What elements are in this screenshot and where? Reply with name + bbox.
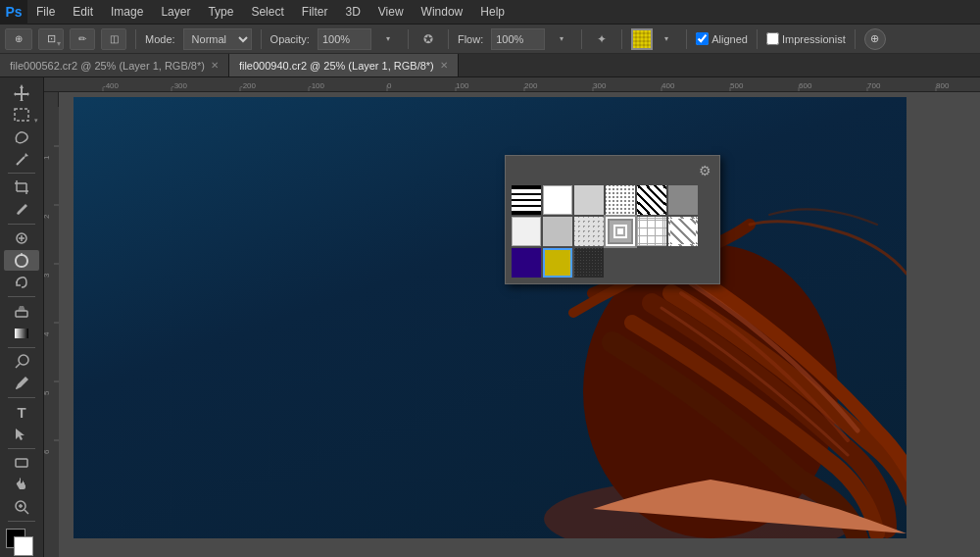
menu-file[interactable]: File [27,0,64,24]
aligned-checkbox-group[interactable]: Aligned [696,32,748,45]
tool-dodge[interactable] [4,351,39,373]
separator3 [408,29,409,49]
tool-source-btn2[interactable]: ▾ ⊡ [38,28,64,50]
menu-items: File Edit Image Layer Type Select Filter… [27,0,514,24]
pattern-item-1[interactable] [512,185,541,215]
flow-dropdown-btn[interactable]: ▾ [551,28,572,50]
svg-marker-21 [16,429,24,440]
flow-label: Flow: [458,33,483,45]
tool-lasso[interactable] [4,127,39,148]
opacity-value[interactable]: 100% [318,28,371,50]
menu-edit[interactable]: Edit [64,0,102,24]
tab-file2-label: file000940.cr2 @ 25% (Layer 1, RGB/8*) [239,60,434,72]
opacity-dropdown-btn[interactable]: ▾ [377,28,399,50]
svg-marker-15 [18,306,25,311]
pattern-item-6[interactable] [668,185,698,215]
tab-file2-close[interactable]: ✕ [440,60,448,71]
tool-sep7 [8,521,35,522]
svg-text:3: 3 [44,273,51,278]
tab-file1[interactable]: file000562.cr2 @ 25% (Layer 1, RGB/8*) ✕ [0,54,229,76]
pattern-item-14[interactable] [543,248,572,278]
svg-rect-16 [15,329,28,338]
svg-line-24 [24,510,28,514]
menu-window[interactable]: Window [413,0,472,24]
clone-source-btn[interactable]: ⊕ [864,28,886,50]
tool-sep1 [8,173,35,174]
separator6 [621,29,622,49]
stylus-btn[interactable]: ✦ [591,28,612,50]
pattern-swatch[interactable] [631,28,653,50]
aligned-checkbox[interactable] [696,32,709,45]
pattern-item-10[interactable] [606,217,635,246]
svg-text:100: 100 [456,81,469,90]
tool-source-btn1[interactable]: ⊕ [5,28,32,50]
pattern-dropdown-btn[interactable]: ▾ [656,28,677,50]
tool-clone[interactable] [4,250,39,272]
svg-text:700: 700 [867,81,881,90]
pattern-item-3[interactable] [574,185,604,215]
menu-select[interactable]: Select [242,0,292,24]
pattern-item-5[interactable] [637,185,666,215]
tool-move[interactable] [4,81,39,103]
separator8 [757,29,758,49]
tool-shapes[interactable] [4,452,39,474]
svg-point-4 [17,163,19,165]
pattern-item-15[interactable] [574,248,604,278]
pattern-picker-gear[interactable]: ⚙ [696,162,713,179]
svg-text:4: 4 [44,331,51,336]
tool-eraser[interactable] [4,300,39,322]
opacity-label: Opacity: [270,33,310,45]
svg-text:2: 2 [44,214,51,219]
tool-magic-wand[interactable] [4,149,39,171]
tool-hand[interactable] [4,474,39,495]
mode-select[interactable]: Normal Multiply Screen [183,28,252,50]
pattern-item-13[interactable] [512,248,541,278]
impressionist-checkbox-group[interactable]: Impressionist [766,32,846,45]
tool-history-brush[interactable] [4,272,39,293]
svg-text:300: 300 [593,81,607,90]
pattern-item-11[interactable] [637,217,666,246]
pattern-item-7[interactable] [512,217,541,246]
menu-layer[interactable]: Layer [152,0,199,24]
pattern-item-12[interactable] [668,217,698,246]
pattern-item-8[interactable] [543,217,572,246]
svg-text:400: 400 [662,81,675,90]
tool-eyedropper[interactable] [4,199,39,221]
marquee-arrow: ▾ [34,117,38,125]
menu-view[interactable]: View [369,0,413,24]
separator9 [855,29,856,49]
svg-text:0: 0 [387,81,392,90]
pattern-item-9[interactable] [574,217,604,246]
tool-zoom[interactable] [4,496,39,518]
tool-healing[interactable] [4,228,39,249]
tool-type[interactable]: T [4,401,39,423]
pattern-item-4[interactable] [606,185,635,215]
tab-file2[interactable]: file000940.cr2 @ 25% (Layer 1, RGB/8*) ✕ [229,54,459,76]
tool-gradient[interactable] [4,323,39,344]
pattern-item-2[interactable] [543,185,572,215]
tool-pen[interactable] [4,373,39,394]
tool-crop[interactable] [4,177,39,198]
svg-text:800: 800 [936,81,950,90]
menu-type[interactable]: Type [199,0,242,24]
canvas-image [74,97,906,538]
tool-source-btn3[interactable]: ✏ [70,28,95,50]
tab-file1-close[interactable]: ✕ [211,60,219,71]
tool-marquee[interactable]: ▾ [4,104,39,126]
svg-rect-1 [15,109,28,121]
menu-image[interactable]: Image [102,0,152,24]
impressionist-checkbox[interactable] [766,32,779,45]
separator7 [686,29,687,49]
tool-path-select[interactable] [4,424,39,445]
flow-value[interactable]: 100% [491,28,545,50]
menu-3d[interactable]: 3D [336,0,368,24]
tool-source-btn4[interactable]: ◫ [101,28,126,50]
svg-text:5: 5 [44,390,51,395]
background-color[interactable] [14,536,33,556]
menu-help[interactable]: Help [471,0,514,24]
menu-filter[interactable]: Filter [293,0,337,24]
svg-text:6: 6 [44,449,51,454]
impressionist-label: Impressionist [782,33,846,45]
tool-sep6 [8,448,35,449]
airbrush-btn[interactable]: ✪ [417,28,439,50]
